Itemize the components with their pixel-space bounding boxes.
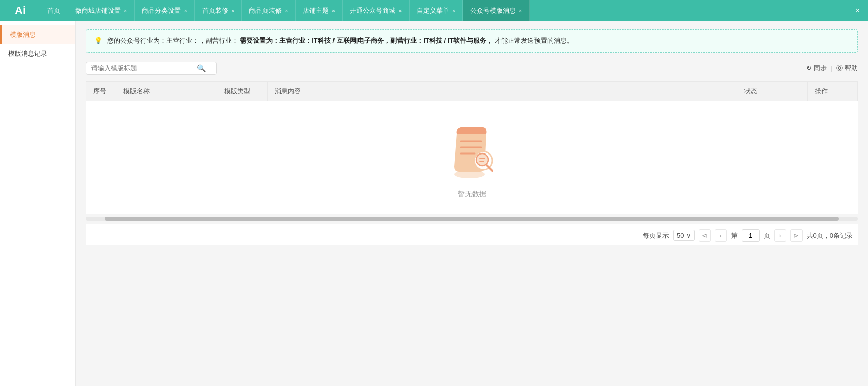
prev-page-button[interactable]: ‹ [715,229,727,242]
scrollbar-thumb [105,217,838,221]
col-header-seq: 序号 [86,81,116,101]
notice-suffix: 才能正常发送预置的消息。 [495,37,573,44]
last-page-button[interactable]: ⊳ [790,229,803,242]
per-page-value: 50 [677,231,684,239]
nav-tab-template-msg[interactable]: 公众号模版消息× [463,0,529,21]
nav-tab-micro-shop[interactable]: 微商城店铺设置× [68,0,135,21]
page-suffix: 页 [764,231,770,240]
per-page-label: 每页显示 [643,231,669,240]
sidebar-item-template-msg-log[interactable]: 模版消息记录 [0,44,75,63]
search-input[interactable] [91,64,197,72]
main-content: 💡 您的公众号行业为：主营行业：，副营行业： 需要设置为：主营行业：IT科技 /… [76,21,868,386]
data-table: 序号模版名称模版类型消息内容状态操作 [86,81,858,101]
empty-icon [442,121,502,182]
toolbar-right: ↻ 同步 | ⓪ 帮助 [806,64,858,73]
sync-label: 同步 [814,64,827,73]
close-tab-micro-shop[interactable]: × [124,8,127,14]
col-header-action: 操作 [808,81,858,101]
table-header-row: 序号模版名称模版类型消息内容状态操作 [86,81,858,101]
svg-point-5 [476,153,488,166]
pagination: 每页显示 50 ∨ ⊲ ‹ 第 页 › ⊳ 共0页，0条记录 [86,224,858,245]
page-number-input[interactable] [742,229,760,242]
chevron-down-icon: ∨ [686,231,691,239]
global-close-button[interactable]: × [848,0,868,21]
page-label: 第 [731,231,738,240]
close-tab-custom-menu[interactable]: × [452,8,455,14]
col-header-type: 模版类型 [217,81,268,101]
search-input-wrap: 🔍 [86,62,217,75]
nav-tab-home[interactable]: 首页 [40,0,68,21]
table-container: 序号模版名称模版类型消息内容状态操作 [86,81,858,245]
table-header: 序号模版名称模版类型消息内容状态操作 [86,81,858,101]
close-tab-shop-theme[interactable]: × [332,8,335,14]
close-tab-template-msg[interactable]: × [519,8,522,14]
top-nav: Ai 首页微商城店铺设置×商品分类设置×首页装修×商品页装修×店铺主题×开通公众… [0,0,868,21]
help-icon: ⓪ [836,64,843,73]
notice-highlight: 需要设置为：主营行业：IT科技 / 互联网|电子商务，副营行业：IT科技 / I… [240,37,493,44]
close-tab-product-category[interactable]: × [184,8,187,14]
first-page-button[interactable]: ⊲ [699,229,711,242]
sidebar: 模版消息模版消息记录 [0,21,76,386]
nav-tab-custom-menu[interactable]: 自定义菜单× [410,0,463,21]
nav-tabs-container: 首页微商城店铺设置×商品分类设置×首页装修×商品页装修×店铺主题×开通公众号商城… [40,0,848,21]
nav-tab-product-decoration[interactable]: 商品页装修× [242,0,295,21]
col-header-name: 模版名称 [116,81,217,101]
col-header-status: 状态 [737,81,808,101]
toolbar-divider: | [831,64,832,72]
close-tab-home-decoration[interactable]: × [231,8,234,14]
col-header-content: 消息内容 [268,81,737,101]
nav-tab-home-decoration[interactable]: 首页装修× [195,0,242,21]
sync-icon: ↻ [806,64,812,72]
empty-text: 暂无数据 [458,190,486,199]
close-tab-open-mall[interactable]: × [398,8,402,14]
nav-tab-product-category[interactable]: 商品分类设置× [135,0,194,21]
sidebar-item-template-msg[interactable]: 模版消息 [0,25,75,44]
nav-tab-shop-theme[interactable]: 店铺主题× [296,0,343,21]
help-button[interactable]: ⓪ 帮助 [836,64,858,73]
nav-tab-open-mall[interactable]: 开通公众号商城× [343,0,409,21]
search-bar: 🔍 ↻ 同步 | ⓪ 帮助 [86,62,858,75]
page-layout: 模版消息模版消息记录 💡 您的公众号行业为：主营行业：，副营行业： 需要设置为：… [0,21,868,386]
notice-icon: 💡 [94,37,102,44]
close-tab-product-decoration[interactable]: × [285,8,288,14]
notice-box: 💡 您的公众号行业为：主营行业：，副营行业： 需要设置为：主营行业：IT科技 /… [86,29,858,53]
empty-state: 暂无数据 [86,101,858,214]
search-icon[interactable]: 🔍 [197,64,206,72]
notice-prefix: 您的公众号行业为：主营行业：，副营行业： [107,37,238,44]
sync-button[interactable]: ↻ 同步 [806,64,827,73]
page-total: 共0页，0条记录 [807,231,853,240]
help-label: 帮助 [845,64,858,73]
app-logo: Ai [0,0,40,21]
per-page-select[interactable]: 50 ∨ [673,230,694,241]
next-page-button[interactable]: › [774,229,786,242]
scrollbar-track[interactable] [86,217,858,221]
